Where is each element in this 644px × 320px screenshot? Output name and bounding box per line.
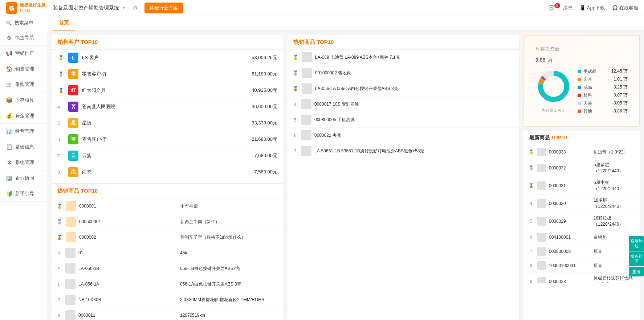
system-title: 装备及固定资产辅助管理系统 bbox=[53, 5, 119, 11]
legend-dot-roulei bbox=[578, 102, 581, 105]
legend-item-qita: 其他 -3.86 万 bbox=[578, 108, 628, 114]
right-panel: 库存总资金 9.88 万 bbox=[523, 35, 640, 320]
list-item: 🥉 LA-056-1A 056-1A白色按键开关盖ABS 3壳 bbox=[288, 81, 519, 97]
rp-rank-6: 6 bbox=[292, 133, 298, 138]
rp-name-3: 056-1A白色按键开关盖ABS 3壳 bbox=[337, 86, 398, 91]
app-download-button[interactable]: 📱 App下载 bbox=[580, 5, 605, 11]
sidebar-item-guide-label: 新手引导 bbox=[15, 190, 34, 197]
prod-code-4: 01 bbox=[78, 250, 177, 256]
customer-amount-3: 40,925.00元 bbox=[252, 87, 277, 94]
newest-img-8 bbox=[537, 261, 546, 270]
newest-medal-2: 🥈 bbox=[528, 165, 534, 171]
page-tabs: 首页 bbox=[47, 16, 644, 31]
sidebar-item-system-mgmt[interactable]: ⚙ 系统管理 bbox=[0, 155, 47, 171]
customer-avatar-4: 苦 bbox=[68, 102, 78, 112]
sidebar-item-guide[interactable]: 🔰 新手引导 bbox=[0, 186, 47, 202]
medal-3: 🥉 bbox=[57, 88, 65, 93]
newest-name-9: 体械嘉枝味苏打饮品400毫升（1*15） bbox=[594, 275, 635, 283]
sidebar-item-purchase[interactable]: 🛒 采购管理 bbox=[0, 77, 47, 93]
newest-products-panel: 最新商品 TOP10 🥇 0000033 封边带（1.0*22） 🥈 00000… bbox=[523, 131, 640, 320]
prod-name-6: 056-1A白色按键开关盖ABS 3壳 bbox=[180, 281, 279, 287]
customer-amount-2: 51,183.00元 bbox=[252, 71, 277, 77]
float-btn-service[interactable]: 客服热线 bbox=[629, 236, 644, 251]
float-btn-live[interactable]: 直播 bbox=[629, 267, 644, 276]
sidebar-item-inventory-label: 库存核算 bbox=[15, 97, 34, 103]
rp-img-2 bbox=[302, 68, 312, 78]
rp-info-6: 0000021 夹壳 bbox=[314, 132, 515, 139]
inv-amount: 9.88 万 bbox=[535, 54, 628, 64]
tab-home[interactable]: 首页 bbox=[53, 16, 75, 30]
gear-button[interactable]: ⚙ bbox=[130, 3, 140, 13]
legend-item-roulei: 肉类 -0.05 万 bbox=[578, 100, 628, 106]
rank-num-4: 4 bbox=[57, 104, 65, 110]
newest-code-5: 0000029 bbox=[549, 219, 591, 224]
sidebar-item-enterprise[interactable]: 🏢 企业协同 bbox=[0, 171, 47, 186]
donut-chart: 库存资金占比 bbox=[535, 68, 572, 104]
sidebar-item-inventory[interactable]: 📦 库存核算 bbox=[0, 93, 47, 108]
sidebar-item-sales[interactable]: 🏠 销售管理 bbox=[0, 61, 47, 77]
sidebar-item-operations-label: 经营管理 bbox=[15, 128, 34, 135]
service-label: 在线客服 bbox=[619, 5, 638, 11]
newest-medal-1: 🥇 bbox=[528, 149, 534, 155]
legend-val-4: -0.05 万 bbox=[612, 100, 628, 106]
rp-name-4: 10S 变刹罗煞 bbox=[333, 102, 359, 107]
list-item: 🥉 0000031 5厘中纤（1220*2440） bbox=[523, 177, 640, 195]
customer-avatar-2: 零 bbox=[68, 69, 78, 79]
prod-code-6: LA-056-1A bbox=[78, 281, 177, 287]
message-badge: 6 bbox=[554, 3, 560, 8]
basic-info-icon: 📋 bbox=[6, 144, 12, 150]
newest-code-8: 10000100001 bbox=[549, 263, 591, 268]
inventory-panel: 库存总资金 9.88 万 bbox=[523, 35, 640, 127]
sidebar-item-operations[interactable]: 📊 经营管理 bbox=[0, 124, 47, 139]
trial-button[interactable]: 体验行业方案 bbox=[144, 3, 183, 13]
prod-img-4 bbox=[65, 248, 76, 258]
search-menu-item[interactable]: 🔍 搜索菜单 bbox=[0, 16, 47, 30]
list-item: 🥉 红 红太阳文具 40,925.00元 bbox=[52, 82, 283, 99]
list-item: 🥉 0000002 智利车子里（规格不知道填什么） bbox=[52, 230, 283, 245]
rp-img-3 bbox=[302, 83, 312, 94]
customer-name-5: 星扬 bbox=[82, 120, 248, 126]
sidebar-item-basic-info[interactable]: 📋 基础信息 bbox=[0, 139, 47, 155]
newest-name-5: 18颗粒板（1220*2440） bbox=[594, 215, 635, 227]
home-icon: ⊕ bbox=[6, 34, 12, 41]
legend-item-banchenpin: 半成品 12.45 万 bbox=[578, 68, 628, 74]
marketing-icon: 📢 bbox=[6, 50, 12, 57]
system-selector[interactable]: 装备及固定资产辅助管理系统 ▼ bbox=[53, 5, 126, 11]
sales-icon: 🏠 bbox=[6, 66, 12, 72]
legend-dot-chengpin bbox=[578, 86, 581, 89]
legend-dot-banchenpin bbox=[578, 70, 581, 73]
newest-img-9 bbox=[537, 277, 546, 283]
customer-name-2: 零售客户-许 bbox=[82, 71, 248, 77]
top-center: 装备及固定资产辅助管理系统 ▼ ⚙ 体验行业方案 bbox=[53, 3, 549, 13]
prod-name-2: 新西兰牛肉（新牛） bbox=[180, 219, 279, 225]
list-item: 5 LA-056-1B 056-1B白色按键开关盖ABS2壳 bbox=[52, 261, 283, 276]
prod-code-2: 000500001 bbox=[79, 219, 178, 225]
online-service-button[interactable]: 🎧 在线客服 bbox=[612, 5, 638, 11]
prod-medal-2: 🥈 bbox=[56, 219, 63, 225]
list-item: 🥈 000500001 新西兰牛肉（新牛） bbox=[52, 214, 283, 230]
headset-icon: 🎧 bbox=[612, 5, 618, 11]
list-item: 🥇 LA-089 电池盖 LA-089 ABS本色+黑种 7.1克 bbox=[288, 50, 519, 65]
sidebar-item-marketing-label: 营销推广 bbox=[15, 50, 34, 57]
operations-icon: 📊 bbox=[6, 128, 12, 135]
phone-icon: 📱 bbox=[580, 5, 586, 11]
list-item: 7 000800008 原壹 bbox=[523, 245, 640, 259]
rp-code-4: 0000017 bbox=[314, 102, 333, 107]
customer-name-4: 苍南县人民医院 bbox=[82, 103, 248, 110]
list-item: 5 000800005 手机测试 bbox=[288, 112, 519, 128]
customer-avatar-3: 红 bbox=[68, 85, 78, 95]
prod-code-8: 0000011 bbox=[78, 312, 177, 319]
customer-avatar-8: 尚 bbox=[68, 167, 78, 177]
message-button[interactable]: 💬 6 消息 bbox=[549, 5, 572, 11]
sidebar-item-finance[interactable]: 💰 资金管理 bbox=[0, 108, 47, 124]
sidebar-item-marketing[interactable]: 📢 营销推广 bbox=[0, 46, 47, 61]
list-item: 🥈 001000002 雪地靴 bbox=[288, 65, 519, 81]
customer-avatar-7: 云 bbox=[68, 151, 78, 161]
legend-val-3: 0.07 万 bbox=[614, 92, 628, 98]
sidebar-item-quick-nav[interactable]: ⊕ 快捷导航 bbox=[0, 30, 47, 46]
float-btn-community[interactable]: 服务社区 bbox=[629, 251, 644, 266]
customer-top10-header: 销售客户 TOP10 bbox=[52, 35, 283, 50]
rank-num-5: 5 bbox=[57, 120, 65, 126]
chevron-down-icon: ▼ bbox=[122, 6, 126, 10]
rp-medal-1: 🥇 bbox=[292, 55, 299, 60]
